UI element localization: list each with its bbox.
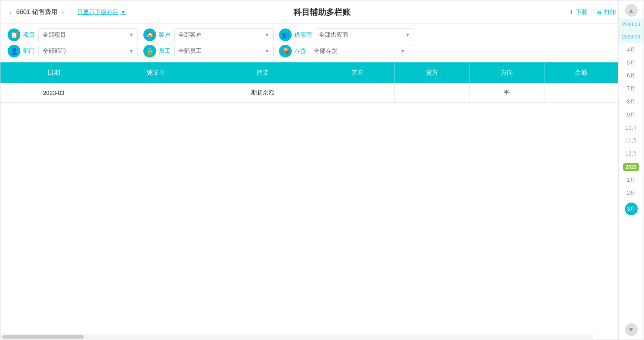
timeline-item-8[interactable]: 8月	[619, 95, 644, 109]
employee-value: 全部员工	[178, 47, 202, 55]
customer-select[interactable]: 全部客户 ▼	[174, 28, 274, 41]
print-button[interactable]: 🖨 打印	[597, 8, 616, 16]
col-credit: 贷方	[395, 62, 469, 83]
timeline-item-9[interactable]: 9月	[619, 109, 644, 122]
timeline-item-5[interactable]: 5月	[619, 57, 644, 70]
employee-label: 员工	[159, 47, 171, 55]
cell-direction: 平	[469, 83, 544, 103]
print-icon: 🖨	[597, 9, 602, 15]
project-value: 全部项目	[43, 31, 66, 39]
project-icon: 📋	[8, 28, 20, 41]
employee-icon: 🔒	[143, 45, 156, 57]
filter-section: 📋 项目 全部项目 ▼ 🏠 客户 全部客户 ▼ 👥 供应商 全部供应	[0, 24, 644, 62]
inventory-label: 存货	[294, 47, 307, 55]
sidebar-scroll-up[interactable]: ▲	[625, 4, 638, 17]
chevron-down-icon: ▼	[265, 48, 270, 54]
main-window: ‹ 6601 销售费用 › 只显示下级科目 ▼ 科目辅助多栏账 ⬇ 下载 🖨 打…	[0, 0, 644, 340]
inventory-select[interactable]: 全部存货 ▼	[310, 45, 409, 57]
right-sidebar: ▲ 2023.03 2023.03 4月 5月 6月 7月 8月 9月 10月 …	[618, 0, 644, 340]
col-debit: 借方	[320, 62, 394, 83]
year-badge: 2023	[623, 163, 639, 171]
current-month-badge: 3月	[625, 203, 638, 215]
timeline-item-6[interactable]: 6月	[619, 69, 644, 82]
col-date: 日期	[0, 62, 107, 83]
timeline-item-1[interactable]: 1月	[619, 174, 644, 187]
chevron-down-icon: ▼	[129, 48, 134, 54]
chevron-down-icon: ▼	[129, 32, 134, 38]
cell-voucher	[107, 83, 205, 103]
inventory-value: 全部存货	[314, 47, 337, 55]
horizontal-scrollbar[interactable]	[0, 334, 593, 339]
timeline-item-10[interactable]: 10月	[619, 122, 644, 135]
filter-item-project: 📋 项目 全部项目 ▼	[8, 28, 138, 41]
page-title: 科目辅助多栏账	[294, 7, 350, 18]
department-select[interactable]: 全部部门 ▼	[38, 45, 138, 57]
timeline-item-2023-03-header[interactable]: 2023.03	[619, 19, 644, 31]
supplier-value: 全部供应商	[319, 31, 348, 39]
col-summary: 摘要	[205, 62, 320, 83]
account-code: 6601 销售费用	[16, 8, 57, 16]
supplier-select[interactable]: 全部供应商 ▼	[315, 28, 414, 41]
filter-item-department: 👤 部门 全部部门 ▼	[8, 45, 138, 57]
cell-debit	[320, 83, 394, 103]
timeline-item-2023-03[interactable]: 2023.03	[619, 31, 644, 43]
filter-row-1: 📋 项目 全部项目 ▼ 🏠 客户 全部客户 ▼ 👥 供应商 全部供应	[8, 28, 636, 41]
scroll-thumb[interactable]	[2, 335, 84, 339]
project-select[interactable]: 全部项目 ▼	[38, 28, 138, 41]
timeline-item-2[interactable]: 2月	[619, 187, 644, 200]
filter-item-inventory: 📦 存货 全部存货 ▼	[279, 45, 409, 57]
timeline-item-11[interactable]: 11月	[619, 134, 644, 147]
employee-select[interactable]: 全部员工 ▼	[174, 45, 274, 57]
cell-summary: 期初余额	[205, 83, 320, 103]
timeline-item-12[interactable]: 12月	[619, 147, 644, 161]
department-label: 部门	[23, 47, 36, 55]
show-sub-button[interactable]: 只显示下级科目 ▼	[77, 8, 126, 16]
project-label: 项目	[23, 31, 36, 39]
chevron-down-icon: ▼	[405, 32, 410, 38]
filter-row-2: 👤 部门 全部部门 ▼ 🔒 员工 全部员工 ▼ 📦 存货 全部存货	[8, 45, 636, 57]
timeline-item-7[interactable]: 7月	[619, 82, 644, 95]
table-header-row: 日期 凭证号 摘要 借方 贷方 方向 余额	[0, 62, 618, 83]
nav-prev-arrow[interactable]: ‹	[8, 8, 14, 17]
supplier-icon: 👥	[279, 28, 292, 41]
col-direction: 方向	[469, 62, 544, 83]
data-table: 日期 凭证号 摘要 借方 贷方 方向 余额 2023-03 期初余额 平	[0, 62, 618, 103]
top-bar: ‹ 6601 销售费用 › 只显示下级科目 ▼ 科目辅助多栏账 ⬇ 下载 🖨 打…	[0, 0, 644, 24]
filter-item-employee: 🔒 员工 全部员工 ▼	[143, 45, 274, 57]
nav-next-arrow[interactable]: ›	[60, 8, 66, 17]
col-balance: 余额	[544, 62, 618, 83]
cell-date: 2023-03	[0, 83, 107, 103]
chevron-down-icon: ▼	[265, 32, 270, 38]
content-area: 日期 凭证号 摘要 借方 贷方 方向 余额 2023-03 期初余额 平	[0, 62, 618, 339]
chevron-down-icon: ▼	[120, 9, 126, 15]
department-value: 全部部门	[43, 47, 66, 55]
department-icon: 👤	[8, 45, 20, 57]
customer-icon: 🏠	[143, 28, 156, 41]
col-voucher: 凭证号	[107, 62, 205, 83]
customer-value: 全部客户	[178, 31, 202, 39]
download-icon: ⬇	[569, 9, 574, 15]
timeline-item-current-3[interactable]: 3月	[619, 200, 644, 218]
customer-label: 客户	[159, 31, 171, 39]
table-row: 2023-03 期初余额 平	[0, 83, 618, 103]
nav-section: ‹ 6601 销售费用 › 只显示下级科目 ▼	[8, 8, 126, 17]
timeline-year-badge[interactable]: 2023	[619, 161, 644, 174]
cell-balance	[544, 83, 618, 103]
timeline-item-4[interactable]: 4月	[619, 43, 644, 57]
cell-credit	[395, 83, 469, 103]
supplier-label: 供应商	[294, 31, 312, 39]
sidebar-scroll-down[interactable]: ▼	[625, 323, 638, 336]
chevron-down-icon: ▼	[400, 48, 405, 54]
inventory-icon: 📦	[279, 45, 292, 57]
download-button[interactable]: ⬇ 下载	[569, 8, 587, 16]
filter-item-customer: 🏠 客户 全部客户 ▼	[143, 28, 274, 41]
filter-item-supplier: 👥 供应商 全部供应商 ▼	[279, 28, 414, 41]
